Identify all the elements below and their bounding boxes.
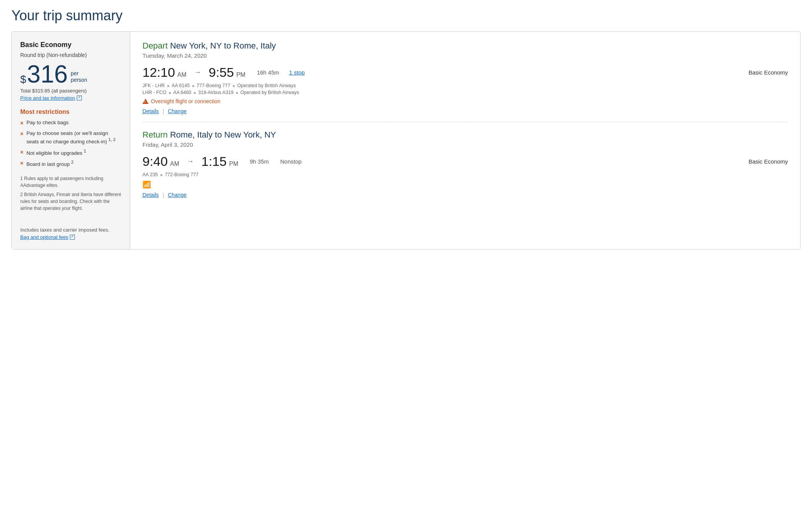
list-item: × Pay to check bags <box>20 119 121 127</box>
dot-7: ■ <box>160 173 162 177</box>
wifi-icon: 📶 <box>142 181 151 188</box>
depart-details-row-2: LHR - FCO ■ AA 6460 ■ 319-Airbus A319 ■ … <box>142 90 788 95</box>
return-arrow-icon: → <box>187 157 194 165</box>
flight-divider <box>142 122 788 122</box>
depart-seg1-flight: AA 6145 <box>171 83 189 88</box>
depart-flight-header: Depart New York, NY to Rome, Italy <box>142 41 788 51</box>
x-icon: × <box>20 160 23 167</box>
return-arrive-time: 1:15 PM <box>201 154 238 169</box>
x-icon: × <box>20 120 23 127</box>
overnight-warning: Overnight flight or connection <box>142 98 788 104</box>
return-change-link[interactable]: Change <box>168 192 186 198</box>
dot-2: ■ <box>192 84 194 88</box>
x-icon: × <box>20 130 23 138</box>
list-item: × Pay to choose seats (or we'll assign s… <box>20 130 121 146</box>
depart-change-link[interactable]: Change <box>168 108 186 114</box>
overnight-text: Overnight flight or connection <box>151 98 220 104</box>
depart-route: New York, NY to Rome, Italy <box>170 41 276 50</box>
return-times-row: 9:40 AM → 1:15 PM 9h 35m Nonstop Basic E… <box>142 154 788 169</box>
arrive-time: 9:55 PM <box>209 65 245 80</box>
depart-details-row-1: JFK - LHR ■ AA 6145 ■ 777-Boeing 777 ■ O… <box>142 83 788 88</box>
trip-summary-card: Basic Economy Round trip (Non-refundable… <box>11 31 801 250</box>
depart-seg1-code: JFK - LHR <box>142 83 165 88</box>
price-amount: 316 <box>27 62 68 86</box>
arrow-icon: → <box>194 68 201 76</box>
left-footer: Includes taxes and carrier imposed fees.… <box>20 219 121 240</box>
bag-fees-link[interactable]: Bag and optional fees <box>20 234 121 240</box>
dollar-sign: $ <box>20 74 26 85</box>
return-label: Return <box>142 130 168 139</box>
dot-1: ■ <box>167 84 169 88</box>
dot-4: ■ <box>169 91 171 95</box>
depart-duration: 16h 45m <box>257 69 279 76</box>
page-title: Your trip summary <box>11 8 801 24</box>
pipe-separator: | <box>163 108 164 114</box>
return-route: Rome, Italy to New York, NY <box>170 130 276 139</box>
dot-6: ■ <box>236 91 238 95</box>
footnote-1: 1 Rules apply to all passengers includin… <box>20 175 121 189</box>
wifi-row: 📶 <box>142 180 788 189</box>
round-trip-label: Round trip (Non-refundable) <box>20 52 121 58</box>
external-link-icon <box>70 235 75 240</box>
depart-seg2-aircraft: 319-Airbus A319 <box>198 90 233 95</box>
dot-5: ■ <box>194 91 196 95</box>
return-flight-links: Details | Change <box>142 192 788 198</box>
depart-time: 12:10 AM <box>142 65 186 80</box>
footnote-2: 2 British Airways, Finnair and Iberia ha… <box>20 191 121 212</box>
return-details-row-1: AA 235 ■ 772-Boeing 777 <box>142 172 788 177</box>
return-seg1-code: AA 235 <box>142 172 158 177</box>
price-row: $ 316 perperson <box>20 62 121 86</box>
list-item: × Board in last group 2 <box>20 159 121 168</box>
depart-times-row: 12:10 AM → 9:55 PM 16h 45m 1 stop Basic … <box>142 65 788 80</box>
per-person: perperson <box>71 70 87 83</box>
return-flight-class: Basic Economy <box>749 158 788 165</box>
left-panel: Basic Economy Round trip (Non-refundable… <box>12 32 130 249</box>
depart-seg2-code: LHR - FCO <box>142 90 167 95</box>
footnotes: 1 Rules apply to all passengers includin… <box>20 175 121 212</box>
depart-seg1-aircraft: 777-Boeing 777 <box>197 83 230 88</box>
return-seg1-aircraft: 772-Boeing 777 <box>165 172 198 177</box>
depart-seg2-operator: Operated by British Airways <box>240 90 299 95</box>
warning-triangle-icon <box>142 99 149 104</box>
return-details-link[interactable]: Details <box>142 192 159 198</box>
depart-flight-date: Tuesday, March 24, 2020 <box>142 52 788 59</box>
plan-title: Basic Economy <box>20 41 121 49</box>
depart-flight-class: Basic Economy <box>749 69 788 76</box>
depart-stop-link[interactable]: 1 stop <box>289 69 305 76</box>
price-tax-link[interactable]: Price and tax information <box>20 95 121 101</box>
depart-details-link[interactable]: Details <box>142 108 159 114</box>
total-price: Total $315.85 (all passengers) <box>20 88 121 94</box>
return-flight-section: Return Rome, Italy to New York, NY Frida… <box>142 130 788 198</box>
return-flight-header: Return Rome, Italy to New York, NY <box>142 130 788 140</box>
dot-3: ■ <box>233 84 235 88</box>
return-depart-time: 9:40 AM <box>142 154 179 169</box>
list-item: × Not eligible for upgrades 1 <box>20 148 121 157</box>
return-stop-label: Nonstop <box>280 158 302 165</box>
restriction-list: × Pay to check bags × Pay to choose seat… <box>20 119 121 168</box>
depart-flight-section: Depart New York, NY to Rome, Italy Tuesd… <box>142 41 788 114</box>
return-flight-date: Friday, April 3, 2020 <box>142 141 788 148</box>
pipe-separator-2: | <box>163 192 164 198</box>
footer-text: Includes taxes and carrier imposed fees. <box>20 227 121 233</box>
right-panel: Depart New York, NY to Rome, Italy Tuesd… <box>130 32 800 249</box>
external-link-icon <box>77 96 82 101</box>
return-duration: 9h 35m <box>250 158 269 165</box>
depart-label: Depart <box>142 41 168 50</box>
restrictions-title: Most restrictions <box>20 109 121 115</box>
x-icon: × <box>20 149 23 156</box>
depart-seg2-flight: AA 6460 <box>173 90 191 95</box>
depart-seg1-operator: Operated by British Airways <box>237 83 296 88</box>
depart-flight-links: Details | Change <box>142 108 788 114</box>
